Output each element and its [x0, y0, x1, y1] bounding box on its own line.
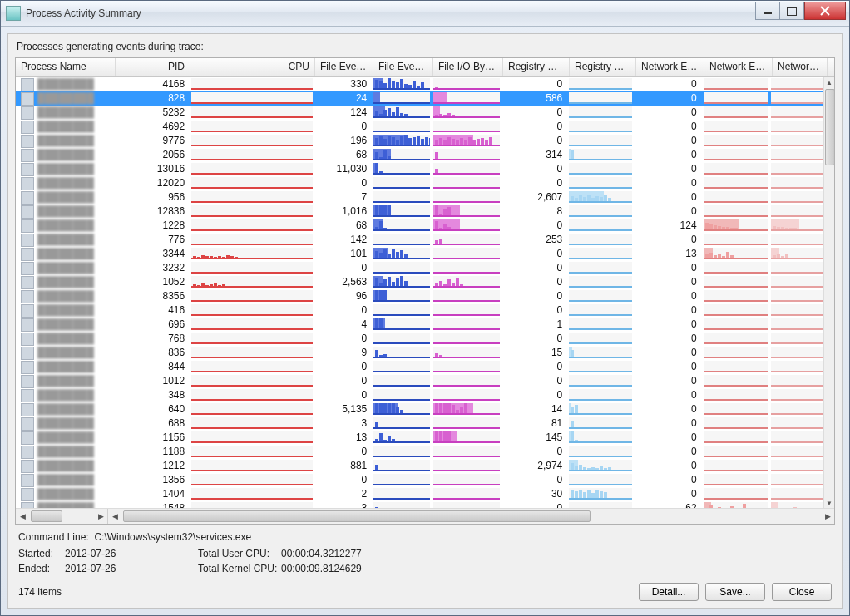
scroll-up-icon[interactable]: ▲: [825, 77, 833, 87]
sparkline-cell: [567, 261, 634, 275]
col-registry-events[interactable]: Registry Ev...: [503, 58, 570, 76]
table-row[interactable]: ████████768000: [16, 332, 824, 346]
mini-thumb[interactable]: [31, 510, 62, 522]
col-network-events[interactable]: Network Ev...: [636, 58, 704, 76]
table-row[interactable]: ████████348000: [16, 388, 824, 402]
sparkline-cell: [190, 205, 314, 219]
titlebar[interactable]: Process Activity Summary: [1, 1, 849, 27]
scroll-left-icon[interactable]: ◀: [16, 509, 29, 524]
table-row[interactable]: ████████977619600: [16, 134, 824, 148]
table-row[interactable]: ████████844000: [16, 360, 824, 374]
sparkline-cell: [190, 120, 314, 134]
col-network-events-chart[interactable]: Network Ev...: [704, 58, 773, 76]
table-row[interactable]: ████████1356000: [16, 473, 824, 487]
close-button[interactable]: Close: [772, 583, 832, 601]
table-row[interactable]: ████████2056683140: [16, 148, 824, 162]
table-row[interactable]: ████████15483062: [16, 501, 824, 508]
col-registry-events-chart[interactable]: Registry Ev...: [570, 58, 636, 76]
value-cell: 62: [634, 501, 702, 508]
horizontal-scrollbar[interactable]: ◀ ▶ ◀ ▶: [16, 508, 834, 524]
process-name-label: ████████: [37, 332, 94, 346]
detail-button[interactable]: Detail...: [639, 583, 699, 601]
table-row[interactable]: ████████1156131450: [16, 431, 824, 445]
col-network-bytes[interactable]: Network By...: [773, 58, 828, 76]
table-row[interactable]: ████████523212400: [16, 106, 824, 120]
sparkline-cell: [372, 445, 432, 459]
value-cell: 3232: [116, 261, 190, 275]
scroll-right-icon[interactable]: ▶: [94, 509, 107, 524]
vertical-scrollbar[interactable]: ▲ ▼: [823, 77, 834, 508]
sparkline-cell: [769, 162, 824, 176]
table-row[interactable]: ████████14042300: [16, 487, 824, 501]
close-window-button[interactable]: [804, 2, 846, 20]
process-name-cell: ████████: [16, 487, 116, 501]
table-row[interactable]: ████████7761422530: [16, 233, 824, 247]
sparkline-cell: [702, 360, 770, 374]
process-name-hscroll[interactable]: ◀ ▶: [16, 509, 108, 524]
table-row[interactable]: ████████12020000: [16, 176, 824, 190]
table-row[interactable]: ████████95672,6070: [16, 190, 824, 205]
sparkline-cell: [372, 233, 432, 247]
sparkline-cell: [567, 148, 634, 162]
value-cell: 2: [314, 487, 373, 501]
sparkline-cell: [769, 275, 824, 289]
grid-header[interactable]: Process Name PID CPU File Events File Ev…: [16, 58, 834, 77]
table-row[interactable]: ████████12128812,9740: [16, 459, 824, 473]
table-row[interactable]: ████████1228680124: [16, 219, 824, 233]
table-row[interactable]: ████████83569600: [16, 289, 824, 303]
save-button[interactable]: Save...: [705, 583, 765, 601]
col-process-name[interactable]: Process Name: [16, 58, 116, 76]
close-icon: [819, 5, 831, 17]
value-cell: 881: [314, 459, 373, 473]
value-cell: 0: [502, 501, 568, 508]
table-row[interactable]: ████████3344101013: [16, 247, 824, 261]
vscroll-thumb[interactable]: [825, 89, 834, 165]
sparkline-cell: [190, 445, 314, 459]
table-row[interactable]: ████████1301611,03000: [16, 162, 824, 176]
grid-body: ████████416833000████████828245860██████…: [16, 77, 834, 508]
table-row[interactable]: ████████696410: [16, 318, 824, 332]
col-file-events-chart[interactable]: File Events: [373, 58, 433, 76]
table-row[interactable]: ████████828245860: [16, 91, 824, 106]
table-row[interactable]: ████████10522,56300: [16, 275, 824, 289]
table-row[interactable]: ████████3232000: [16, 261, 824, 275]
table-row[interactable]: ████████4692000: [16, 120, 824, 134]
process-name-label: ████████: [37, 360, 94, 374]
process-name-label: ████████: [37, 402, 94, 416]
scroll-down-icon[interactable]: ▼: [825, 498, 833, 508]
table-row[interactable]: ████████8369150: [16, 346, 824, 360]
table-row[interactable]: ████████416833000: [16, 77, 824, 91]
col-file-io-bytes[interactable]: File I/O Bytes: [433, 58, 503, 76]
sparkline-cell: [190, 247, 314, 261]
scroll-left-icon[interactable]: ◀: [108, 509, 121, 524]
maximize-button[interactable]: [780, 2, 804, 20]
table-row[interactable]: ████████416000: [16, 303, 824, 318]
table-row[interactable]: ████████128361,01680: [16, 205, 824, 219]
col-file-events[interactable]: File Events: [315, 58, 373, 76]
value-cell: 253: [502, 233, 568, 247]
sparkline-cell: [769, 318, 824, 332]
process-name-cell: ████████: [16, 360, 116, 374]
value-cell: 0: [634, 303, 702, 318]
started-label: Started:: [18, 548, 65, 559]
col-pid[interactable]: PID: [116, 58, 190, 76]
value-cell: 96: [314, 289, 373, 303]
table-row[interactable]: ████████1188000: [16, 445, 824, 459]
sparkline-cell: [432, 247, 502, 261]
sparkline-cell: [190, 261, 314, 275]
main-thumb[interactable]: [123, 510, 591, 522]
sparkline-cell: [372, 219, 432, 233]
table-row[interactable]: ████████6883810: [16, 416, 824, 431]
process-name-cell: ████████: [16, 148, 116, 162]
minimize-button[interactable]: [755, 2, 780, 20]
main-hscroll[interactable]: ◀ ▶: [108, 509, 834, 524]
process-icon: [21, 121, 34, 134]
value-cell: 124: [634, 219, 702, 233]
table-row[interactable]: ████████1012000: [16, 374, 824, 388]
process-icon: [21, 262, 34, 275]
scroll-right-icon[interactable]: ▶: [821, 509, 834, 524]
table-row[interactable]: ████████6405,135140: [16, 402, 824, 416]
sparkline-cell: [432, 134, 502, 148]
col-cpu[interactable]: CPU: [190, 58, 315, 76]
grid-rows[interactable]: ████████416833000████████828245860██████…: [16, 77, 824, 508]
